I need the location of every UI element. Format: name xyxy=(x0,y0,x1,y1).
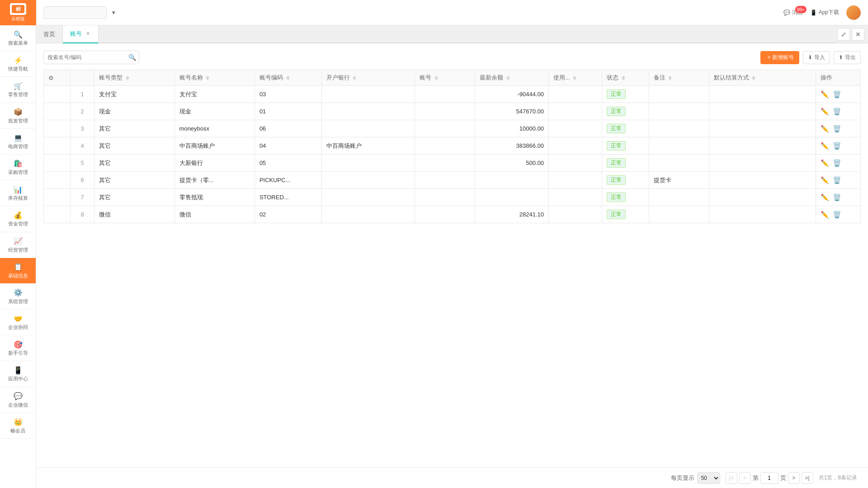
th-balance[interactable]: 最新余额 xyxy=(475,70,549,86)
delete-button[interactable]: 🗑️ xyxy=(833,211,841,219)
cell-gear xyxy=(44,172,71,189)
edit-button[interactable]: ✏️ xyxy=(821,125,829,133)
last-page-button[interactable]: >| xyxy=(802,472,813,484)
edit-button[interactable]: ✏️ xyxy=(821,90,829,99)
edit-button[interactable]: ✏️ xyxy=(821,142,829,150)
page-nav: |< < 第 页 > >| xyxy=(726,472,813,484)
message-button[interactable]: 💬 消息 99+ xyxy=(783,9,803,16)
sidebar-item-finance[interactable]: 💰 资金管理 xyxy=(0,206,36,232)
th-default[interactable]: 默认结算方式 xyxy=(709,70,816,86)
sort-name-icon xyxy=(206,76,209,80)
cell-use xyxy=(548,86,602,103)
cell-action: ✏️ 🗑️ xyxy=(816,172,860,189)
delete-button[interactable]: 🗑️ xyxy=(833,176,841,184)
cell-default xyxy=(709,189,816,206)
th-type[interactable]: 账号类型 xyxy=(94,70,175,86)
cell-balance: 500.00 xyxy=(475,155,549,172)
tab-accounts-close[interactable]: ✕ xyxy=(85,31,91,37)
sidebar-item-search-menu[interactable]: 🔍 搜索菜单 xyxy=(0,25,36,51)
sidebar-item-operations[interactable]: 📈 经营管理 xyxy=(0,232,36,258)
import-button[interactable]: ⬇ 导入 xyxy=(803,51,830,64)
cell-gear xyxy=(44,137,71,155)
th-name[interactable]: 账号名称 xyxy=(175,70,255,86)
page-input[interactable] xyxy=(760,472,778,484)
th-code[interactable]: 账号编码 xyxy=(255,70,321,86)
cell-balance: 383866.00 xyxy=(475,137,549,155)
sidebar-item-inventory[interactable]: 📊 库存核算 xyxy=(0,180,36,206)
delete-button[interactable]: 🗑️ xyxy=(833,108,841,116)
sidebar-item-enterprise[interactable]: 🤝 企业协同 xyxy=(0,310,36,335)
topbar-dropdown[interactable]: ▾ xyxy=(112,9,115,16)
cell-num: 7 xyxy=(71,189,94,206)
edit-button[interactable]: ✏️ xyxy=(821,108,829,116)
sidebar-item-purchase[interactable]: 🛍️ 采购管理 xyxy=(0,155,36,180)
cell-status: 正常 xyxy=(602,206,649,223)
operations-icon: 📈 xyxy=(14,237,23,246)
search-button[interactable]: 🔍 xyxy=(125,51,139,64)
delete-button[interactable]: 🗑️ xyxy=(833,142,841,150)
delete-button[interactable]: 🗑️ xyxy=(833,125,841,133)
sidebar-item-app-center[interactable]: 📱 应用中心 xyxy=(0,361,36,387)
export-button[interactable]: ⬆ 导出 xyxy=(834,51,861,64)
cell-action: ✏️ 🗑️ xyxy=(816,155,860,172)
topbar-search-input[interactable] xyxy=(43,6,107,19)
cell-num: 5 xyxy=(71,155,94,172)
cell-name: 零售抵现 xyxy=(175,189,255,206)
cell-gear xyxy=(44,206,71,223)
th-acct[interactable]: 账号 xyxy=(415,70,475,86)
tab-accounts[interactable]: 账号 ✕ xyxy=(63,25,99,43)
pagination-bar: 每页显示 50 20 100 |< < 第 页 > >| 共1页，8条记录 xyxy=(36,467,868,488)
edit-button[interactable]: ✏️ xyxy=(821,176,829,184)
delete-button[interactable]: 🗑️ xyxy=(833,193,841,202)
cell-acct xyxy=(415,103,475,120)
per-page-select[interactable]: 50 20 100 xyxy=(697,472,720,484)
basic-info-icon: 📋 xyxy=(14,263,23,272)
prev-page-button[interactable]: < xyxy=(739,472,751,484)
tab-home[interactable]: 首页 xyxy=(36,25,63,43)
search-input[interactable] xyxy=(44,51,125,64)
sort-acct-icon xyxy=(434,76,438,80)
cell-use xyxy=(548,189,602,206)
th-status[interactable]: 状态 xyxy=(602,70,649,86)
app-download-button[interactable]: 📱 App下载 xyxy=(810,9,839,16)
th-bank[interactable]: 开户银行 xyxy=(321,70,415,86)
add-account-button[interactable]: + 新增账号 xyxy=(760,51,799,64)
close-tab-button[interactable]: ✕ xyxy=(852,28,864,41)
sidebar: 鲜 乐橙版 🔍 搜索菜单 ⚡ 快捷导航 🛒 零售管理 📦 批发管理 💻 电商管理… xyxy=(0,0,36,488)
th-remark[interactable]: 备注 xyxy=(649,70,709,86)
sidebar-item-system[interactable]: ⚙️ 系统管理 xyxy=(0,284,36,310)
edit-button[interactable]: ✏️ xyxy=(821,159,829,167)
sidebar-item-quick-nav[interactable]: ⚡ 快捷导航 xyxy=(0,51,36,77)
cell-action: ✏️ 🗑️ xyxy=(816,137,860,155)
sidebar-item-retail[interactable]: 🛒 零售管理 xyxy=(0,77,36,103)
fullscreen-button[interactable]: ⤢ xyxy=(837,28,850,41)
delete-button[interactable]: 🗑️ xyxy=(833,90,841,99)
th-gear[interactable]: ⚙ xyxy=(44,70,71,86)
cell-status: 正常 xyxy=(602,120,649,137)
cell-code: 04 xyxy=(255,137,321,155)
wechat-icon: 💬 xyxy=(14,392,23,401)
sidebar-item-guide[interactable]: 🎯 新手引导 xyxy=(0,335,36,361)
topbar-left: ▾ xyxy=(43,6,115,19)
delete-button[interactable]: 🗑️ xyxy=(833,159,841,167)
sidebar-item-basic-info[interactable]: 📋 基础信息 xyxy=(0,258,36,284)
sidebar-item-wholesale[interactable]: 📦 批发管理 xyxy=(0,103,36,129)
edit-button[interactable]: ✏️ xyxy=(821,211,829,219)
cell-acct xyxy=(415,189,475,206)
cell-remark xyxy=(649,86,709,103)
cell-code: 06 xyxy=(255,120,321,137)
cell-name: 支付宝 xyxy=(175,86,255,103)
sort-bank-icon xyxy=(353,76,356,80)
sidebar-item-wechat[interactable]: 💬 企业微信 xyxy=(0,387,36,413)
cell-acct xyxy=(415,206,475,223)
next-page-button[interactable]: > xyxy=(788,472,800,484)
logo[interactable]: 鲜 乐橙版 xyxy=(0,0,36,25)
avatar[interactable] xyxy=(846,5,861,20)
cell-name: moneybosx xyxy=(175,120,255,137)
th-use[interactable]: 使用... xyxy=(548,70,602,86)
inventory-icon: 📊 xyxy=(14,185,23,194)
edit-button[interactable]: ✏️ xyxy=(821,193,829,202)
sidebar-item-ecommerce[interactable]: 💻 电商管理 xyxy=(0,129,36,155)
sidebar-item-membership[interactable]: 👑 畅会员 xyxy=(0,413,36,439)
first-page-button[interactable]: |< xyxy=(726,472,737,484)
